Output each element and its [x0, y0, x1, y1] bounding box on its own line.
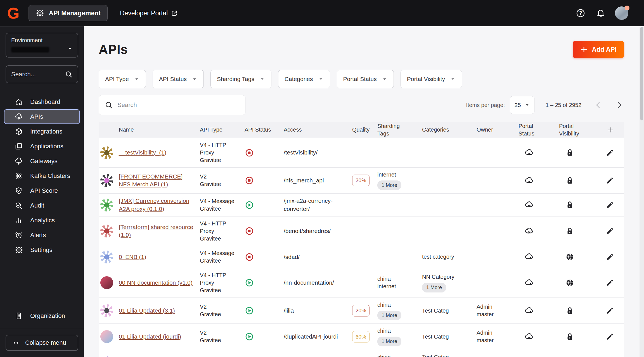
- visibility-private-icon: [565, 200, 596, 210]
- scrollbar-thumb[interactable]: [640, 27, 643, 120]
- column-header-quality[interactable]: Quality: [352, 126, 377, 134]
- edit-api-button[interactable]: [605, 200, 615, 210]
- category-label: Test Categ: [422, 307, 449, 315]
- api-name-link[interactable]: [Terrraform] shared resource (1.0): [119, 224, 193, 238]
- table-search-input[interactable]: [117, 101, 240, 109]
- api-name-link[interactable]: 01 Lilia Updated (jourdi): [119, 333, 181, 340]
- sidebar-search-input[interactable]: [11, 71, 61, 78]
- portal-status-cell: [518, 148, 559, 157]
- portal-unpublished-icon: [525, 148, 555, 157]
- shield-check-icon: [15, 187, 23, 195]
- sidebar-item-settings[interactable]: Settings: [4, 242, 80, 257]
- edit-api-button[interactable]: [605, 226, 615, 236]
- developer-portal-link[interactable]: Developer Portal: [120, 9, 178, 17]
- api-name-link[interactable]: [JMX] Currency conversion A2A proxy (0.1…: [119, 197, 189, 212]
- categories-more-chip[interactable]: 1 More: [422, 283, 446, 292]
- sidebar-item-applications[interactable]: Applications: [4, 139, 80, 154]
- table-row: [Terrraform] shared resource (1.0) V4 - …: [99, 216, 624, 246]
- svg-text:?: ?: [579, 10, 582, 16]
- topbar: G API Management Developer Portal ?: [0, 0, 644, 26]
- filter-sharding-tags[interactable]: Sharding Tags: [210, 70, 271, 88]
- sidebar-item-organization[interactable]: Organization: [4, 308, 80, 323]
- chevron-right-icon: [615, 101, 624, 110]
- column-header-sharding-tags[interactable]: Sharding Tags: [377, 122, 422, 137]
- gravitee-logo[interactable]: G: [7, 5, 19, 21]
- api-status-cell: [245, 306, 284, 315]
- edit-api-button[interactable]: [605, 252, 615, 262]
- column-header-api-status[interactable]: API Status: [245, 126, 284, 134]
- api-name-link[interactable]: 0_ENB (1): [119, 254, 146, 260]
- filter-categories[interactable]: Categories: [278, 70, 330, 88]
- portal-visibility-cell: [559, 227, 600, 236]
- edit-icon: [606, 279, 614, 287]
- filter-portal-visibility[interactable]: Portal Visibility: [401, 70, 462, 88]
- add-column-button[interactable]: [600, 126, 624, 134]
- user-menu-button[interactable]: [615, 6, 628, 20]
- add-api-button[interactable]: Add API: [573, 41, 624, 58]
- portal-published-icon: [525, 252, 555, 261]
- sharding-more-chip[interactable]: 1 More: [377, 180, 401, 190]
- column-header-api-type[interactable]: API Type: [200, 126, 245, 134]
- cube-icon: [15, 127, 23, 136]
- sidebar-item-integrations[interactable]: Integrations: [4, 124, 80, 139]
- table-search[interactable]: [99, 95, 245, 115]
- column-header-access[interactable]: Access: [284, 126, 352, 134]
- sharding-tags-cell: china1 More: [377, 353, 422, 357]
- edit-api-button[interactable]: [605, 175, 615, 186]
- sharding-tags-cell: china-internet: [377, 275, 422, 290]
- api-name-link[interactable]: [FRONT ECOMMERCE] NFS Merch API (1): [119, 173, 183, 187]
- help-button[interactable]: ?: [576, 8, 585, 18]
- api-access-cell: /benoit/sharedres/: [284, 227, 352, 235]
- quality-badge: 60%: [352, 331, 370, 343]
- api-type-cell: V4 - MessageGravitee: [200, 197, 245, 213]
- sidebar-item-dashboard[interactable]: Dashboard: [4, 94, 80, 109]
- column-header-categories[interactable]: Categories: [422, 126, 477, 134]
- sidebar-item-alerts[interactable]: Alerts: [4, 228, 80, 242]
- api-name-link[interactable]: __testVisibility_(1): [119, 149, 166, 156]
- gear-icon: [15, 246, 23, 254]
- chevron-down-icon: [134, 76, 139, 82]
- column-header-name[interactable]: Name: [119, 126, 200, 134]
- edit-api-button[interactable]: [605, 331, 615, 342]
- api-status-cell: [245, 200, 284, 210]
- sidebar-item-kafka-clusters[interactable]: Kafka Clusters: [4, 168, 80, 183]
- edit-api-button[interactable]: [605, 305, 615, 316]
- edit-api-button[interactable]: [605, 147, 615, 158]
- api-stopped-icon: [245, 148, 254, 158]
- sidebar-item-audit[interactable]: Audit: [4, 198, 80, 213]
- sharding-more-chip[interactable]: 1 More: [377, 311, 401, 320]
- collapse-menu-button[interactable]: Collapse menu: [6, 335, 78, 351]
- next-page-button[interactable]: [615, 101, 624, 110]
- table-header-row: NameAPI TypeAPI StatusAccessQualityShard…: [99, 122, 624, 138]
- filter-api-type[interactable]: API Type: [99, 70, 146, 88]
- app-switcher-button[interactable]: API Management: [29, 5, 108, 21]
- bell-icon: [596, 8, 605, 18]
- column-header-owner[interactable]: Owner: [477, 126, 518, 134]
- column-header-portal-visibility[interactable]: Portal Visibility: [559, 122, 600, 137]
- alarm-clock-icon: [15, 231, 23, 239]
- api-name-link[interactable]: 00 NN-documentation (v1.0): [119, 279, 193, 286]
- api-avatar: [100, 146, 113, 159]
- sharding-more-chip[interactable]: 1 More: [377, 337, 401, 346]
- column-header-portal-status[interactable]: Portal Status: [518, 122, 559, 137]
- sidebar-item-apis[interactable]: APIs: [4, 109, 80, 124]
- api-avatar: [100, 199, 113, 211]
- notifications-button[interactable]: [596, 8, 605, 18]
- items-per-page-select[interactable]: 25: [510, 96, 534, 114]
- sidebar-search[interactable]: [6, 65, 78, 83]
- filter-api-status[interactable]: API Status: [153, 70, 204, 88]
- sidebar-item-gateways[interactable]: Gateways: [4, 154, 80, 168]
- sidebar-item-api-score[interactable]: API Score: [4, 183, 80, 198]
- chevron-down-icon: [67, 46, 73, 51]
- cloud-node-icon: [15, 157, 23, 165]
- bar-chart-icon: [15, 216, 23, 225]
- home-icon: [15, 98, 23, 106]
- environment-selector[interactable]: Environment: [6, 33, 78, 58]
- previous-page-button[interactable]: [594, 101, 603, 110]
- api-name-link[interactable]: 01 Lilia Updated (3.1): [119, 307, 175, 314]
- sidebar-item-analytics[interactable]: Analytics: [4, 213, 80, 228]
- filter-portal-status[interactable]: Portal Status: [337, 70, 394, 88]
- edit-api-button[interactable]: [605, 277, 615, 288]
- sidebar-item-label: Audit: [30, 202, 44, 209]
- api-started-icon: [245, 278, 254, 287]
